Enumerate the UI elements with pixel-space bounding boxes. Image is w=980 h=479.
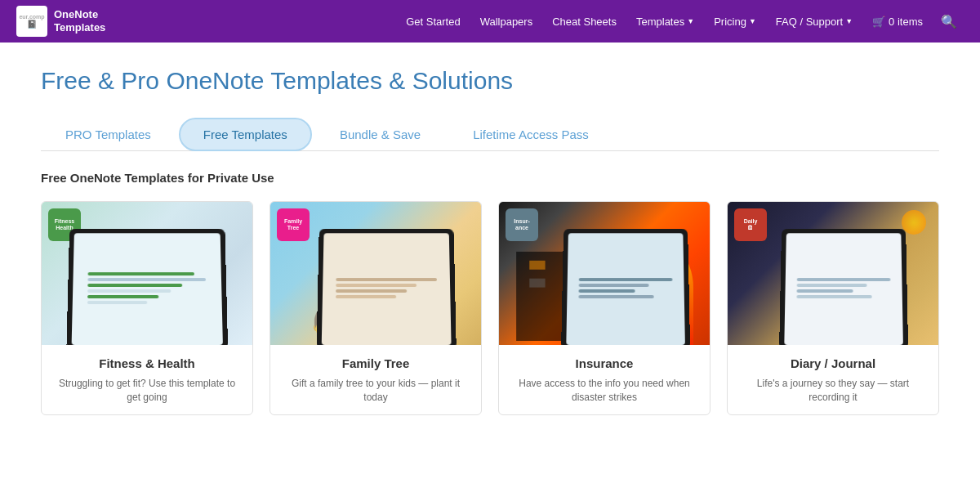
cart-icon: 🛒: [872, 16, 885, 28]
card-diary-image: Daily🗓 🐪🐪🐪: [728, 202, 938, 345]
card-diary-desc: Life's a journey so they say — start rec…: [741, 377, 925, 405]
tab-lifetime-access[interactable]: Lifetime Access Pass: [448, 118, 613, 151]
insurance-tablet: [562, 227, 688, 345]
card-family-tree-image: FamilyTree 👨👩👧👦: [270, 202, 481, 345]
card-family-tree-body: Family Tree Gift a family tree to your k…: [270, 345, 481, 414]
nav-wallpapers[interactable]: Wallpapers: [472, 11, 541, 33]
card-fitness-image: FitnessHealth: [42, 202, 252, 345]
card-fitness-body: Fitness & Health Struggling to get fit? …: [42, 345, 252, 414]
tab-free-templates[interactable]: Free Templates: [179, 118, 312, 151]
main-content: Free & Pro OneNote Templates & Solutions…: [0, 43, 980, 432]
card-fitness-title: Fitness & Health: [55, 356, 239, 370]
svg-rect-3: [529, 278, 545, 287]
diary-tablet: [780, 227, 906, 345]
logo-icon: eur.comp 📓: [16, 6, 47, 37]
nav-faq[interactable]: FAQ / Support ▼: [768, 11, 861, 33]
fitness-tablet: [68, 227, 226, 345]
search-button[interactable]: 🔍: [934, 9, 964, 34]
card-insurance-body: Insurance Have access to the info you ne…: [499, 345, 710, 414]
faq-chevron: ▼: [845, 17, 853, 25]
card-insurance[interactable]: Insur-ance: [498, 201, 710, 415]
templates-chevron: ▼: [687, 17, 694, 25]
card-family-tree-desc: Gift a family tree to your kids — plant …: [283, 377, 468, 405]
logo[interactable]: eur.comp 📓 OneNote Templates: [16, 6, 105, 37]
logo-text: OneNote Templates: [54, 8, 105, 34]
section-title: Free OneNote Templates for Private Use: [41, 171, 939, 185]
main-nav: eur.comp 📓 OneNote Templates Get Started…: [0, 0, 980, 43]
card-fitness-desc: Struggling to get fit? Use this template…: [55, 377, 239, 405]
svg-rect-1: [529, 261, 545, 270]
card-insurance-title: Insurance: [512, 356, 697, 370]
page-title: Free & Pro OneNote Templates & Solutions: [41, 67, 939, 95]
nav-get-started[interactable]: Get Started: [398, 11, 468, 33]
card-diary-body: Diary / Journal Life's a journey so they…: [728, 345, 938, 414]
card-diary[interactable]: Daily🗓 🐪🐪🐪: [727, 201, 939, 415]
pricing-chevron: ▼: [749, 17, 756, 25]
tab-bundle-save[interactable]: Bundle & Save: [315, 118, 445, 151]
card-diary-title: Diary / Journal: [741, 356, 925, 370]
nav-links: Get Started Wallpapers Cheat Sheets Temp…: [398, 9, 964, 34]
card-insurance-image: Insur-ance: [499, 202, 710, 345]
cards-grid: FitnessHealth: [41, 201, 939, 415]
cart-button[interactable]: 🛒 0 items: [864, 11, 931, 33]
card-family-tree[interactable]: FamilyTree 👨👩👧👦: [270, 201, 482, 415]
card-family-tree-title: Family Tree: [283, 356, 468, 370]
card-insurance-desc: Have access to the info you need when di…: [512, 377, 697, 405]
nav-templates[interactable]: Templates ▼: [628, 11, 702, 33]
nav-cheat-sheets[interactable]: Cheat Sheets: [544, 11, 625, 33]
nav-pricing[interactable]: Pricing ▼: [706, 11, 764, 33]
card-fitness[interactable]: FitnessHealth: [41, 201, 253, 415]
family-tablet: [318, 227, 455, 345]
diary-app-icon: Daily🗓: [734, 208, 767, 241]
tab-pro-templates[interactable]: PRO Templates: [41, 118, 176, 151]
tabs-container: PRO Templates Free Templates Bundle & Sa…: [41, 118, 939, 151]
